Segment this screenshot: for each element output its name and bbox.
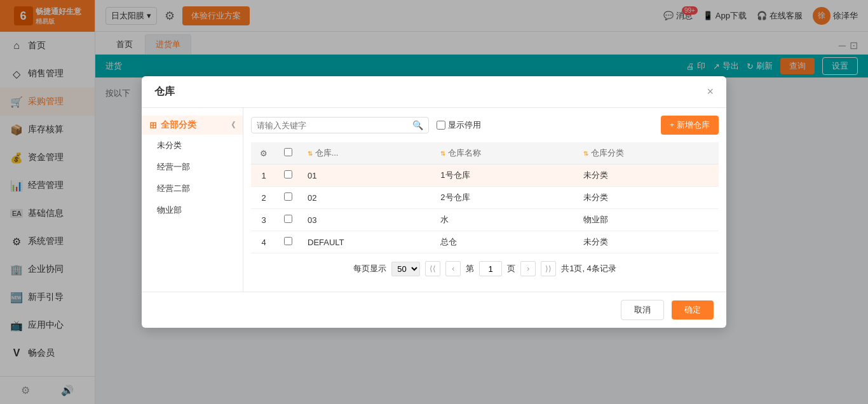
per-page-select[interactable]: 50	[391, 262, 420, 276]
page-number-input[interactable]	[479, 261, 502, 276]
row-index: 4	[251, 231, 276, 253]
row-name: 总仓	[433, 231, 576, 253]
modal-title: 仓库	[154, 85, 175, 98]
grid-icon: ⊞	[149, 120, 157, 130]
th-warehouse-category: ⇅ 仓库分类	[576, 142, 719, 165]
row-checkbox[interactable]	[284, 215, 292, 223]
category-panel: ⊞ 全部分类 《 未分类 经营一部 经营二部 物业部	[142, 108, 243, 292]
row-category: 未分类	[576, 187, 719, 209]
table-row[interactable]: 1 01 1号仓库 未分类	[251, 165, 719, 187]
row-name: 2号仓库	[433, 187, 576, 209]
th-checkbox	[276, 142, 300, 165]
total-info: 共1页, 4条记录	[561, 263, 616, 274]
row-checkbox[interactable]	[284, 192, 292, 201]
category-item-dept1[interactable]: 经营一部	[142, 156, 243, 178]
sort-icon-category: ⇅	[583, 150, 588, 157]
all-categories-button[interactable]: ⊞ 全部分类 《	[142, 116, 243, 135]
row-category: 未分类	[576, 231, 719, 253]
search-icon: 🔍	[412, 120, 423, 130]
content-toolbar: 🔍 显示停用 + 新增仓库	[251, 116, 719, 135]
cancel-button[interactable]: 取消	[621, 300, 664, 320]
warehouse-table: ⚙ ⇅ 仓库... ⇅	[251, 142, 719, 253]
modal-header: 仓库 ×	[142, 76, 726, 108]
row-code: 01	[300, 165, 433, 187]
table-header-row: ⚙ ⇅ 仓库... ⇅	[251, 142, 719, 165]
pagination: 每页显示 50 ⟨⟨ ‹ 第 页 › ⟩⟩ 共1页, 4条记录	[251, 253, 719, 284]
th-warehouse-name: ⇅ 仓库名称	[433, 142, 576, 165]
add-warehouse-button[interactable]: + 新增仓库	[661, 116, 719, 135]
page-label: 第	[466, 263, 474, 274]
select-all-checkbox[interactable]	[284, 148, 292, 156]
row-code: 03	[300, 209, 433, 231]
first-page-button[interactable]: ⟨⟨	[425, 261, 440, 276]
row-name: 水	[433, 209, 576, 231]
confirm-button[interactable]: 确定	[672, 300, 714, 320]
prev-page-button[interactable]: ‹	[445, 261, 461, 276]
row-index: 3	[251, 209, 276, 231]
last-page-button[interactable]: ⟩⟩	[541, 261, 556, 276]
page-unit: 页	[507, 263, 515, 274]
th-settings: ⚙	[251, 142, 276, 165]
row-code: 02	[300, 187, 433, 209]
show-disabled-label: 显示停用	[437, 119, 481, 131]
row-index: 1	[251, 165, 276, 187]
row-checkbox-cell	[276, 187, 300, 209]
table-row[interactable]: 4 DEFAULT 总仓 未分类	[251, 231, 719, 253]
category-item-unclassified[interactable]: 未分类	[142, 135, 243, 156]
row-checkbox-cell	[276, 209, 300, 231]
show-disabled-checkbox[interactable]	[437, 121, 445, 130]
collapse-icon[interactable]: 《	[227, 120, 235, 131]
search-field[interactable]: 🔍	[251, 117, 429, 133]
sort-icon-code: ⇅	[308, 150, 313, 157]
category-item-dept2[interactable]: 经营二部	[142, 178, 243, 199]
per-page-label: 每页显示	[353, 263, 386, 274]
row-checkbox[interactable]	[284, 237, 292, 245]
th-warehouse-code: ⇅ 仓库...	[300, 142, 433, 165]
warehouse-modal: 仓库 × ⊞ 全部分类 《 未分类 经营一部 经营二部	[142, 76, 726, 328]
row-checkbox-cell	[276, 165, 300, 187]
row-category: 物业部	[576, 209, 719, 231]
search-input[interactable]	[257, 121, 412, 130]
row-category: 未分类	[576, 165, 719, 187]
row-checkbox[interactable]	[284, 170, 292, 178]
modal-overlay: 仓库 × ⊞ 全部分类 《 未分类 经营一部 经营二部	[0, 0, 868, 404]
row-index: 2	[251, 187, 276, 209]
table-container: ⚙ ⇅ 仓库... ⇅	[251, 142, 719, 253]
settings-icon: ⚙	[260, 149, 268, 158]
table-row[interactable]: 3 03 水 物业部	[251, 209, 719, 231]
next-page-button[interactable]: ›	[520, 261, 536, 276]
category-item-property[interactable]: 物业部	[142, 199, 243, 221]
modal-footer: 取消 确定	[142, 292, 726, 328]
sort-icon-name: ⇅	[440, 150, 445, 157]
row-checkbox-cell	[276, 231, 300, 253]
modal-close-button[interactable]: ×	[707, 85, 714, 98]
row-code: DEFAULT	[300, 231, 433, 253]
category-header-label: 全部分类	[161, 119, 196, 131]
table-row[interactable]: 2 02 2号仓库 未分类	[251, 187, 719, 209]
content-panel: 🔍 显示停用 + 新增仓库 ⚙	[243, 108, 726, 292]
modal-body: ⊞ 全部分类 《 未分类 经营一部 经营二部 物业部	[142, 108, 726, 292]
row-name: 1号仓库	[433, 165, 576, 187]
